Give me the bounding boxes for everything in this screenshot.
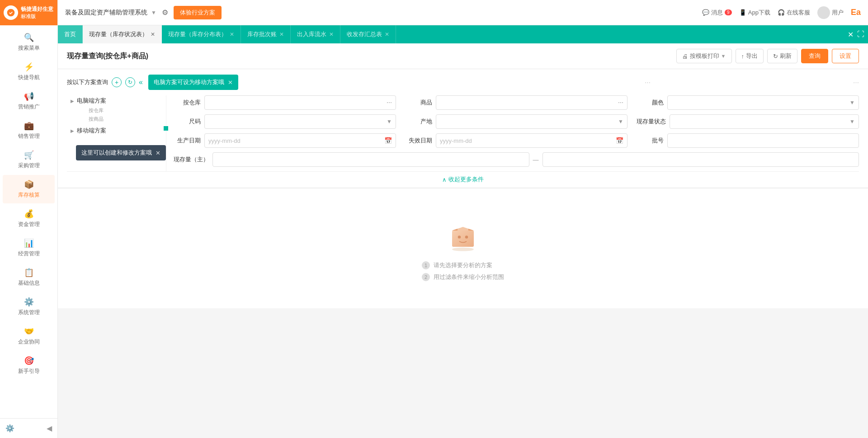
message-action[interactable]: 💬 消息 9 [702, 9, 732, 17]
expire-date-input[interactable]: yyyy-mm-dd 📅 [436, 133, 627, 148]
size-select[interactable]: ▼ [204, 114, 396, 129]
sub-scheme-item[interactable]: 按商品 [89, 115, 160, 123]
tab-maximize-icon[interactable]: ⛶ [857, 30, 864, 38]
filter-arrow-button[interactable]: « [139, 78, 143, 86]
sidebar-item-finance[interactable]: 💰 资金管理 [3, 204, 55, 233]
produce-date-placeholder: yyyy-mm-dd [208, 137, 241, 144]
header-right: 💬 消息 9 📱 App下载 🎧 在线客服 用户 Ea [702, 6, 861, 19]
sidebar-item-inventory[interactable]: 📦 库存核算 [3, 175, 55, 203]
settings-icon[interactable]: ⚙ [162, 8, 168, 17]
sidebar-item-label: 快捷导航 [18, 74, 40, 81]
sidebar-item-label: 新手引导 [18, 367, 40, 375]
search-button[interactable]: 查询 [801, 49, 828, 63]
sidebar-item-enterprise[interactable]: 🤝 企业协同 [3, 322, 55, 350]
tab-inventory-dist[interactable]: 现存量（库存分布表） ✕ [162, 25, 241, 43]
logo-text: 畅捷通好生意 标准版 [21, 6, 53, 19]
tab-inventory-status[interactable]: 现存量（库存状况表） ✕ [83, 25, 162, 43]
sidebar-item-system[interactable]: ⚙️ 系统管理 [3, 292, 55, 321]
chart-icon: 📊 [24, 238, 34, 248]
tab-receive-send[interactable]: 收发存汇总表 ✕ [340, 25, 396, 43]
page-actions: 🖨 按模板打印 ▼ ↑ 导出 ↻ 刷新 查询 设置 [676, 49, 859, 63]
sidebar-item-search[interactable]: 🔍 搜索菜单 [3, 28, 55, 57]
phone-icon: 📱 [739, 9, 746, 16]
message-icon: 💬 [702, 9, 709, 16]
print-label: 按模板打印 [690, 52, 719, 60]
sub-scheme-item[interactable]: 按仓库 [89, 106, 160, 115]
tab-close-icon[interactable]: ✕ [230, 31, 234, 38]
filter-more-icon[interactable]: ⋯ [645, 79, 651, 86]
batch-input[interactable] [667, 133, 859, 148]
tab-close-all-icon[interactable]: ✕ [848, 30, 854, 39]
sidebar-item-purchase[interactable]: 🛒 采购管理 [3, 146, 55, 174]
sidebar-item-basic-info[interactable]: 📋 基础信息 [3, 263, 55, 292]
lightning-icon: ⚡ [24, 62, 34, 72]
tab-close-icon[interactable]: ✕ [151, 31, 155, 38]
user-action[interactable]: 用户 [817, 6, 844, 19]
app-download-action[interactable]: 📱 App下载 [739, 9, 770, 17]
sidebar-item-newbie[interactable]: 🎯 新手引导 [3, 351, 55, 380]
dropdown-icon: ⋯ [618, 99, 623, 106]
tab-close-icon[interactable]: ✕ [279, 31, 284, 38]
user-label: 用户 [832, 9, 844, 17]
tab-batch-account[interactable]: 库存批次账 ✕ [241, 25, 291, 43]
refresh-button[interactable]: ↻ 刷新 [767, 49, 797, 63]
scheme-pc-item[interactable]: ▶ 电脑端方案 [71, 95, 160, 106]
tooltip2-close-icon[interactable]: ✕ [156, 150, 160, 156]
export-button[interactable]: ↑ 导出 [736, 49, 764, 63]
svg-point-4 [452, 248, 474, 251]
quantity-max-input[interactable] [542, 152, 859, 167]
connector-dot [164, 126, 168, 131]
sidebar-item-sales[interactable]: 💼 销售管理 [3, 116, 55, 145]
origin-select[interactable]: ▼ [436, 114, 627, 129]
print-button[interactable]: 🖨 按模板打印 ▼ [676, 49, 732, 63]
svg-point-2 [458, 235, 461, 238]
tab-inout-flow[interactable]: 出入库流水 ✕ [291, 25, 340, 43]
trial-button[interactable]: 体验行业方案 [174, 6, 222, 19]
tab-close-icon[interactable]: ✕ [329, 31, 334, 38]
support-action[interactable]: 🎧 在线客服 [778, 9, 810, 17]
calendar-icon[interactable]: 📅 [384, 137, 392, 144]
calendar-icon[interactable]: 📅 [616, 137, 623, 144]
sidebar-item-operations[interactable]: 📊 经营管理 [3, 234, 55, 262]
collapse-more-button[interactable]: ∧ 收起更多条件 [67, 171, 859, 187]
tab-home[interactable]: 首页 [58, 25, 83, 43]
empty-state-container: 1 请先选择要分析的方案 2 用过滤条件来缩小分析范围 [58, 189, 868, 308]
message-badge: 9 [725, 9, 732, 15]
sidebar-item-marketing[interactable]: 📢 营销推广 [3, 87, 55, 115]
scheme-mobile-item[interactable]: ▶ 移动端方案 [71, 125, 160, 136]
svg-rect-1 [452, 231, 474, 247]
export-icon: ↑ [741, 53, 745, 60]
scheme-pc-children: 按仓库 按商品 [80, 106, 160, 123]
scheme-mobile-label: 移动端方案 [77, 127, 106, 135]
logo-sub: 标准版 [21, 13, 53, 19]
expire-date-label: 失效日期 [405, 137, 432, 145]
dropdown-icon: ▼ [618, 118, 623, 125]
quantity-min-input[interactable] [212, 152, 529, 167]
sidebar-item-quick-nav[interactable]: ⚡ 快捷导航 [3, 57, 55, 86]
produce-date-input[interactable]: yyyy-mm-dd 📅 [204, 133, 396, 148]
color-select[interactable]: ▼ [667, 95, 859, 110]
sidebar-item-label: 资金管理 [18, 221, 40, 228]
tab-close-icon[interactable]: ✕ [385, 31, 389, 38]
tab-label: 现存量（库存分布表） [168, 30, 227, 38]
tooltip-close-icon[interactable]: ✕ [228, 79, 233, 86]
warehouse-select[interactable]: ⋯ [204, 95, 396, 110]
product-more-icon[interactable]: ⋯ [853, 79, 859, 86]
filter-row-2: 尺码 ▼ 产地 ▼ [174, 114, 859, 129]
settings-bottom-icon[interactable]: ⚙️ [4, 422, 16, 434]
tip-text-1: 请先选择要分析的方案 [434, 261, 492, 269]
filter-add-button[interactable]: + [112, 77, 122, 87]
stock-status-select[interactable]: ▼ [670, 114, 859, 129]
filter-refresh-button[interactable]: ↻ [125, 77, 135, 87]
expire-date-field: 失效日期 yyyy-mm-dd 📅 [405, 133, 627, 148]
svg-point-0 [7, 9, 15, 17]
collapse-sidebar-icon[interactable]: ◀ [45, 422, 54, 434]
logo-icon [4, 5, 18, 20]
tab-bar-end: ✕ ⛶ [844, 30, 868, 39]
settings-button[interactable]: 设置 [832, 49, 859, 63]
sidebar-item-label: 采购管理 [18, 162, 40, 170]
clipboard-icon: 📋 [24, 268, 34, 278]
system-title: 装备及固定资产辅助管理系统 ▼ [65, 9, 156, 17]
product-select[interactable]: ⋯ [436, 95, 627, 110]
dropdown-arrow-icon: ▼ [151, 9, 156, 16]
